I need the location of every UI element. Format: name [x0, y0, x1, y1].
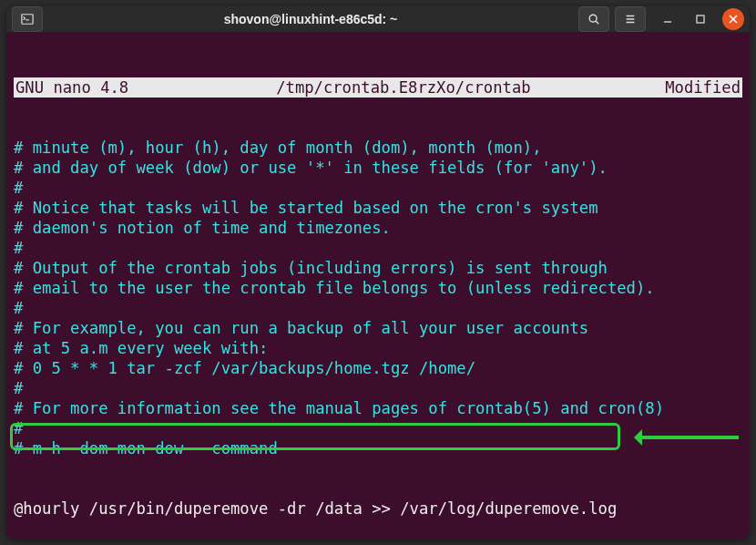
terminal-content[interactable]: GNU nano 4.8 /tmp/crontab.E8rzXo/crontab… [6, 32, 750, 539]
minimize-icon [663, 15, 672, 24]
editor-line: # [14, 298, 742, 318]
menu-button[interactable] [615, 6, 646, 32]
editor-line: # For example, you can run a backup of a… [14, 318, 742, 338]
editor-line: # at 5 a.m every week with: [14, 338, 742, 358]
editor-line: # [14, 238, 742, 258]
search-button[interactable] [578, 6, 609, 32]
minimize-button[interactable] [657, 8, 679, 30]
window-title: shovon@linuxhint-e86c5d: ~ [48, 12, 573, 26]
close-button[interactable] [722, 8, 744, 30]
editor-body: # minute (m), hour (h), day of month (do… [14, 138, 742, 458]
maximize-button[interactable] [690, 8, 711, 30]
terminal-icon [21, 13, 34, 26]
new-tab-button[interactable] [12, 6, 43, 32]
titlebar: shovon@linuxhint-e86c5d: ~ [6, 6, 750, 32]
svg-point-1 [589, 15, 597, 22]
close-icon [729, 15, 738, 24]
editor-line: # email to the user the crontab file bel… [14, 278, 742, 298]
editor-line: # [14, 178, 742, 198]
arrow-annotation [637, 436, 739, 439]
search-icon [587, 13, 600, 26]
editor-line: # Notice that tasks will be started base… [14, 198, 742, 218]
nano-modified-status: Modified [663, 77, 742, 98]
editor-line: # Output of the crontab jobs (including … [14, 258, 742, 278]
maximize-icon [696, 15, 705, 24]
editor-line: # daemon's notion of time and timezones. [14, 218, 742, 238]
svg-rect-2 [697, 15, 704, 23]
nano-status-bar: GNU nano 4.8 /tmp/crontab.E8rzXo/crontab… [14, 77, 742, 98]
editor-line: # minute (m), hour (h), day of month (do… [14, 138, 742, 158]
nano-file-path: /tmp/crontab.E8rzXo/crontab [276, 77, 530, 98]
editor-line: # [14, 378, 742, 398]
crontab-command-line: @hourly /usr/bin/duperemove -dr /data >>… [14, 499, 742, 519]
editor-line: # For more information see the manual pa… [14, 398, 742, 418]
nano-app-name: GNU nano 4.8 [14, 77, 130, 98]
editor-line: # 0 5 * * 1 tar -zcf /var/backups/home.t… [14, 358, 742, 378]
editor-line: # and day of week (dow) or use '*' in th… [14, 158, 742, 178]
hamburger-icon [624, 13, 637, 26]
terminal-window: shovon@linuxhint-e86c5d: ~ GNU nano 4.8 … [6, 6, 750, 539]
